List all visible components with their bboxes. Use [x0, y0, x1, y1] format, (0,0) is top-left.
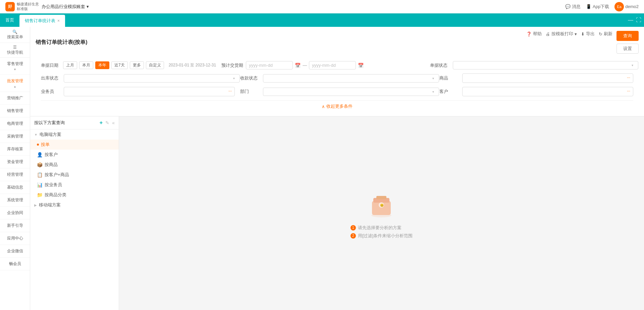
this-month-btn[interactable]: 本月: [79, 61, 93, 69]
calendar-to-icon[interactable]: 📅: [358, 63, 364, 68]
sidebar-item-purchase[interactable]: 采购管理: [0, 130, 30, 143]
page-header: 销售订单统计表(按单) ❓ 帮助 🖨 按模板打印 ▾ ⬇: [30, 27, 644, 116]
message-button[interactable]: 💬 消息: [565, 4, 581, 10]
sidebar-search[interactable]: 🔍 搜索菜单: [0, 27, 30, 43]
add-scheme-button[interactable]: +: [100, 120, 103, 126]
expected-date-field: 预计交货期 📅 — 📅: [221, 61, 425, 69]
empty-hint-1: 1 请先选择要分析的方案: [351, 225, 413, 231]
collect-status-select-wrap: ▾: [263, 74, 434, 83]
pc-group-header[interactable]: ▼ 电脑端方案: [30, 130, 119, 140]
scheme-by-customer[interactable]: 👤 按客户: [30, 150, 119, 160]
selector-arrow-icon: ▾: [87, 4, 89, 9]
expected-date-label: 预计交货期: [221, 62, 243, 68]
status-select[interactable]: [453, 61, 638, 69]
refresh-button[interactable]: ↻ 刷新: [599, 31, 612, 37]
expected-date-to[interactable]: [309, 61, 356, 69]
dept-select[interactable]: [263, 88, 439, 96]
top-bar: 好 畅捷通好生意 标准版 办公用品行业模拟账套 ▾ 💬 消息 📱 App下载 E…: [0, 0, 644, 13]
active-tab[interactable]: 销售订单统计表 ×: [19, 15, 65, 27]
dept-field: 部门 ▾: [240, 88, 434, 96]
customer-more-icon[interactable]: ···: [627, 89, 630, 95]
calendar-from-icon[interactable]: 📅: [295, 63, 301, 68]
download-icon: 📱: [586, 4, 591, 9]
scheme-by-order[interactable]: 按单: [30, 140, 119, 150]
scheme-by-salesperson[interactable]: 📊 按业务员: [30, 180, 119, 190]
mobile-arrow-icon: ▶: [34, 203, 37, 207]
sidebar-item-member[interactable]: 畅会员: [0, 258, 30, 270]
sidebar-item-operations[interactable]: 经营管理: [0, 168, 30, 181]
customer-field: 客户 ···: [439, 87, 633, 96]
sidebar-item-sales[interactable]: 销售管理: [0, 105, 30, 117]
print-dropdown-icon: ▾: [575, 32, 577, 37]
custom-date-btn[interactable]: 自定义: [146, 61, 164, 69]
sidebar-item-ecommerce[interactable]: 电商管理: [0, 117, 30, 130]
filter-row-3: 业务员 ··· 部门 ▾: [41, 87, 633, 96]
sidebar-item-enterprise[interactable]: 企业协同: [0, 207, 30, 219]
more-date-btn[interactable]: 更多: [130, 61, 144, 69]
app-selector[interactable]: 办公用品行业模拟账套 ▾: [42, 4, 89, 10]
avatar: Ea: [614, 2, 624, 11]
collect-status-select[interactable]: [263, 74, 439, 83]
edit-scheme-button[interactable]: ✎: [105, 120, 109, 125]
goods-input-area[interactable]: ···: [462, 73, 633, 83]
mobile-group-header[interactable]: ▶ 移动端方案: [30, 200, 119, 210]
customer-icon: 👤: [37, 152, 43, 157]
svg-rect-3: [376, 196, 386, 199]
logo-icon: 好: [5, 2, 15, 11]
collapse-up-icon: ∧: [322, 104, 325, 109]
last-month-btn[interactable]: 上月: [63, 61, 77, 69]
tab-close-button[interactable]: ×: [57, 18, 60, 23]
print-icon: 🖨: [546, 32, 550, 37]
sidebar-item-wechat[interactable]: 企业微信: [0, 245, 30, 258]
expected-date-from[interactable]: [246, 61, 293, 69]
sidebar-item-marketing[interactable]: 营销推广: [0, 92, 30, 105]
sidebar-item-basic-info[interactable]: 基础信息: [0, 181, 30, 194]
app-download-button[interactable]: 📱 App下载: [586, 4, 609, 10]
svg-text:😊: 😊: [380, 203, 384, 207]
nav-icon: ☰: [13, 45, 17, 50]
ship-status-label: 出库状态: [41, 75, 61, 81]
combined-icon: 📋: [37, 172, 43, 177]
scheme-by-category[interactable]: 📁 按商品分类: [30, 190, 119, 200]
print-button[interactable]: 🖨 按模板打印 ▾: [546, 31, 577, 37]
sidebar-item-finance[interactable]: 资金管理: [0, 156, 30, 168]
salesperson-input-area[interactable]: ···: [64, 87, 235, 96]
goods-more-icon[interactable]: ···: [627, 75, 630, 81]
ship-status-select[interactable]: [64, 74, 240, 83]
customer-input-area[interactable]: ···: [462, 87, 633, 96]
status-label: 单据状态: [430, 62, 450, 68]
salesperson-more-icon[interactable]: ···: [228, 89, 232, 95]
last-7days-btn[interactable]: 近7天: [111, 61, 128, 69]
folder-icon: 📁: [37, 192, 43, 198]
this-year-btn[interactable]: 本年: [95, 61, 109, 69]
scheme-by-customer-goods[interactable]: 📋 按客户+商品: [30, 170, 119, 180]
maximize-icon[interactable]: ⛶: [636, 17, 641, 23]
collect-status-label: 收款状态: [240, 75, 260, 81]
query-actions: 查询 设置: [616, 31, 639, 54]
salesperson-label: 业务员: [41, 89, 61, 95]
sidebar-quick-nav[interactable]: ☰ 快捷导航: [0, 43, 30, 58]
sidebar-item-retail[interactable]: 零售管理 ▾: [0, 58, 30, 75]
user-menu[interactable]: Ea demo2: [614, 2, 639, 11]
scheme-by-goods[interactable]: 📦 按商品: [30, 160, 119, 170]
query-button[interactable]: 查询: [616, 31, 639, 41]
group-arrow-icon: ▼: [34, 133, 38, 137]
sidebar-item-wholesale[interactable]: 批发管理 ▴: [0, 75, 30, 92]
sidebar-item-guide[interactable]: 新手引导: [0, 219, 30, 232]
help-button[interactable]: ❓ 帮助: [526, 31, 542, 37]
collapse-bar[interactable]: ∧ 收起更多条件: [41, 100, 633, 112]
settings-button[interactable]: 设置: [616, 44, 639, 54]
date-filter-field: 单据日期 上月 本月 本年 近7天 更多 自定义 2023-01-01 至 20…: [41, 61, 216, 69]
middle-content: 按以下方案查询 + ✎ « ▼ 电脑端方案 按单: [30, 116, 644, 310]
sidebar-item-system[interactable]: 系统管理: [0, 194, 30, 207]
collapse-panel-button[interactable]: «: [112, 120, 115, 125]
sidebar-item-inventory[interactable]: 库存核算: [0, 143, 30, 156]
goods-icon: 📦: [37, 162, 43, 167]
left-panel: 按以下方案查询 + ✎ « ▼ 电脑端方案 按单: [30, 116, 119, 310]
minimize-icon[interactable]: —: [628, 17, 633, 23]
status-field: 单据状态 ▾: [430, 61, 633, 69]
home-tab[interactable]: 首页: [0, 13, 19, 27]
sidebar-item-apps[interactable]: 应用中心: [0, 232, 30, 245]
hint-num-1: 1: [351, 225, 356, 230]
export-button[interactable]: ⬇ 导出: [581, 31, 595, 37]
